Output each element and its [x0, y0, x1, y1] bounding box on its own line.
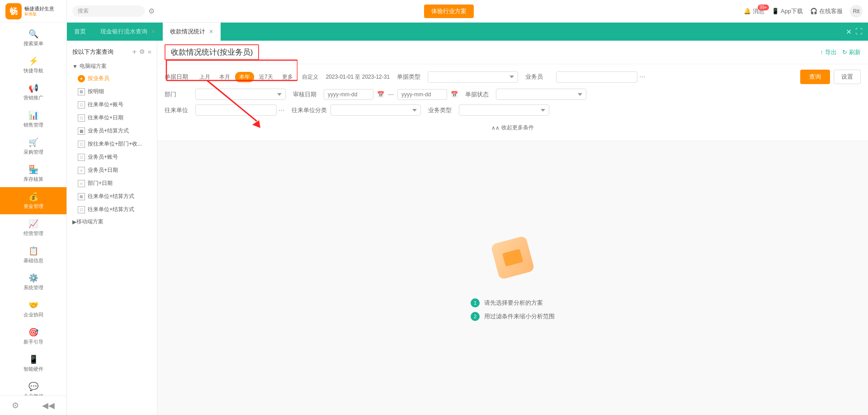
close-window-icon[interactable]: ✕ — [846, 28, 852, 36]
sidebar-item-sales[interactable]: 📊 销售管理 — [0, 106, 66, 133]
reviewdate-to-input[interactable] — [397, 89, 447, 100]
sidebar-item-inventory[interactable]: 🏪 库存核算 — [0, 160, 66, 187]
filter-doctype-item: 单据类型 — [397, 71, 518, 83]
export-button[interactable]: ↑ 导出 — [821, 48, 837, 57]
calendar-to-icon[interactable]: 📅 — [451, 91, 458, 98]
tab-close-receipt[interactable]: ✕ — [209, 28, 213, 35]
date-tab-lastmonth[interactable]: 上月 — [195, 72, 214, 82]
sidebar-nav: 🔍 搜索菜单 ⚡ 快捷导航 📢 营销推广 📊 销售管理 🛒 采购管理 🏪 库存核… — [0, 23, 66, 396]
sidebar-item-purchase[interactable]: 🛒 采购管理 — [0, 133, 66, 160]
dept-select[interactable] — [195, 89, 286, 100]
quick-icon: ⚡ — [28, 56, 38, 66]
tab-home[interactable]: 首页 — [67, 23, 93, 41]
date-tab-more[interactable]: 更多 — [278, 72, 297, 82]
custclassify-select[interactable] — [330, 104, 421, 116]
customer-input[interactable] — [195, 104, 277, 116]
bell-icon: 🔔 — [744, 8, 751, 14]
mobile-section-title[interactable]: ▶ 移动端方案 — [67, 216, 157, 227]
refresh-button[interactable]: ↻ 刷新 — [842, 48, 861, 57]
topbar-search-box: 搜索 — [72, 5, 145, 17]
customer-more-icon[interactable]: ··· — [278, 106, 284, 114]
schema-item-sales-settle-icon: ▦ — [78, 127, 85, 135]
settings-button[interactable]: 设置 — [834, 70, 861, 84]
schema-item-cust-account[interactable]: □ 往来单位+账号 — [67, 98, 157, 111]
left-panel: 按以下方案查询 + ⚙ « ▼ 电脑端方案 ● 按业务员 ⊞ — [67, 41, 157, 415]
schema-item-dept-date[interactable]: ○ 部门+日期 — [67, 177, 157, 190]
doctype-select[interactable] — [428, 71, 518, 83]
filter-row-3: 往来单位 ··· 往来单位分类 业务类型 — [165, 104, 861, 116]
topbar: 搜索 ⚙ 体验行业方案 🔔 消息 99+ 📱 App下载 🎧 在线客服 Rit — [67, 0, 868, 23]
topbar-left: 搜索 ⚙ — [72, 5, 155, 17]
schema-item-salesperson[interactable]: ● 按业务员 — [67, 72, 157, 85]
expand-window-icon[interactable]: ⛶ — [855, 28, 863, 36]
sidebar-item-search[interactable]: 🔍 搜索菜单 — [0, 24, 66, 52]
reviewdate-from-input[interactable] — [324, 89, 373, 100]
collapse-panel-icon[interactable]: « — [148, 48, 151, 56]
date-tab-last7[interactable]: 近7天 — [255, 72, 277, 82]
sidebar-item-system[interactable]: ⚙️ 系统管理 — [0, 269, 66, 296]
sidebar-item-wechat[interactable]: 💬 企业微信 — [0, 377, 66, 396]
sidebar-item-marketing[interactable]: 📢 营销推广 — [0, 79, 66, 106]
sidebar-item-quick[interactable]: ⚡ 快捷导航 — [0, 52, 66, 79]
sidebar-item-finance[interactable]: 💰 资金管理 — [0, 187, 66, 214]
schema-item-detail[interactable]: ⊞ 按明细 — [67, 85, 157, 98]
tab-close-bank[interactable]: ✕ — [151, 28, 156, 35]
sidebar-item-operation[interactable]: 📈 经营管理 — [0, 214, 66, 241]
salesperson-input[interactable] — [556, 71, 637, 83]
step-1-num: 1 — [471, 298, 480, 307]
collapse-sidebar-icon[interactable]: ◀◀ — [42, 401, 55, 410]
sidebar-item-guide[interactable]: 🎯 新手引导 — [0, 323, 66, 350]
schema-item-detail-icon: ⊞ — [78, 88, 85, 95]
empty-state-area: 1 请先选择要分析的方案 2 用过滤条件来缩小分析范围 — [157, 141, 868, 415]
date-tab-thismonth[interactable]: 本月 — [215, 72, 234, 82]
guide-icon: 🎯 — [28, 327, 38, 337]
filter-date-item: 单据日期 上月 本月 本年 近7天 更多 自定义 2023-01-01 至 20… — [165, 72, 390, 82]
schema-item-sales-account[interactable]: □ 业务员+账号 — [67, 151, 157, 164]
tabbar: 首页 现金银行流水查询 ✕ 收款情况统计 ✕ ✕ ⛶ — [67, 23, 868, 41]
hardware-icon: 📱 — [28, 354, 38, 364]
app-download-button[interactable]: 📱 App下载 — [772, 7, 803, 15]
salesperson-more-icon[interactable]: ··· — [639, 73, 645, 81]
right-content: 收款情况统计(按业务员) ↑ 导出 ↻ 刷新 — [157, 41, 868, 415]
topbar-gear-icon[interactable]: ⚙ — [148, 7, 155, 15]
filter-biztype-item: 业务类型 — [428, 104, 549, 116]
empty-illustration — [486, 235, 540, 289]
calendar-from-icon[interactable]: 📅 — [377, 91, 384, 98]
add-schema-icon[interactable]: + — [132, 48, 137, 56]
content-area: 按以下方案查询 + ⚙ « ▼ 电脑端方案 ● 按业务员 ⊞ — [67, 41, 868, 415]
panel-title: 按以下方案查询 — [72, 48, 113, 56]
collapse-more-btn[interactable]: ∧∧ 收起更多条件 — [165, 120, 861, 135]
desktop-section-title[interactable]: ▼ 电脑端方案 — [67, 61, 157, 72]
tab-receipt[interactable]: 收款情况统计 ✕ — [163, 23, 221, 41]
biztype-select[interactable] — [459, 104, 549, 116]
custclassify-label: 往来单位分类 — [292, 106, 327, 114]
schema-item-cust-date[interactable]: □ 往来单位+日期 — [67, 111, 157, 124]
date-tab-custom[interactable]: 自定义 — [298, 72, 322, 82]
trial-button[interactable]: 体验行业方案 — [424, 5, 474, 18]
schema-item-sales-date[interactable]: ○ 业务员+日期 — [67, 164, 157, 177]
message-button[interactable]: 🔔 消息 99+ — [744, 7, 764, 15]
filter-reviewdate-item: 审核日期 📅 — 📅 — [293, 89, 458, 100]
schema-item-cust-settle2[interactable]: □ 往来单位+结算方式 — [67, 203, 157, 216]
date-tab-thisyear[interactable]: 本年 — [235, 72, 254, 82]
docstatus-select[interactable] — [496, 89, 586, 100]
schema-item-cust-dept[interactable]: □ 按往来单位+部门+收... — [67, 137, 157, 151]
settings-bottom-icon[interactable]: ⚙ — [12, 401, 19, 410]
sidebar-item-hardware[interactable]: 📱 智能硬件 — [0, 350, 66, 377]
operation-icon: 📈 — [28, 219, 38, 229]
query-button[interactable]: 查询 — [800, 70, 830, 84]
tab-bank[interactable]: 现金银行流水查询 ✕ — [93, 23, 163, 41]
filter-area: 单据日期 上月 本月 本年 近7天 更多 自定义 2023-01-01 至 20… — [157, 64, 868, 141]
basic-icon: 📋 — [28, 246, 38, 256]
phone-icon: 📱 — [772, 8, 779, 14]
schema-item-cust-settle1-icon: ⊞ — [78, 193, 85, 200]
sidebar-item-corp[interactable]: 🤝 企业协同 — [0, 296, 66, 323]
schema-item-cust-settle1[interactable]: ⊞ 往来单位+结算方式 — [67, 190, 157, 203]
page-title: 收款情况统计(按业务员) — [171, 48, 253, 57]
tabbar-right: ✕ ⛶ — [846, 28, 868, 36]
sidebar-item-basic[interactable]: 📋 基础信息 — [0, 241, 66, 269]
schema-settings-icon[interactable]: ⚙ — [139, 48, 145, 56]
user-avatar[interactable]: Rit — [850, 5, 863, 18]
schema-item-sales-settle[interactable]: ▦ 业务员+结算方式 — [67, 124, 157, 137]
online-service-button[interactable]: 🎧 在线客服 — [810, 7, 843, 15]
